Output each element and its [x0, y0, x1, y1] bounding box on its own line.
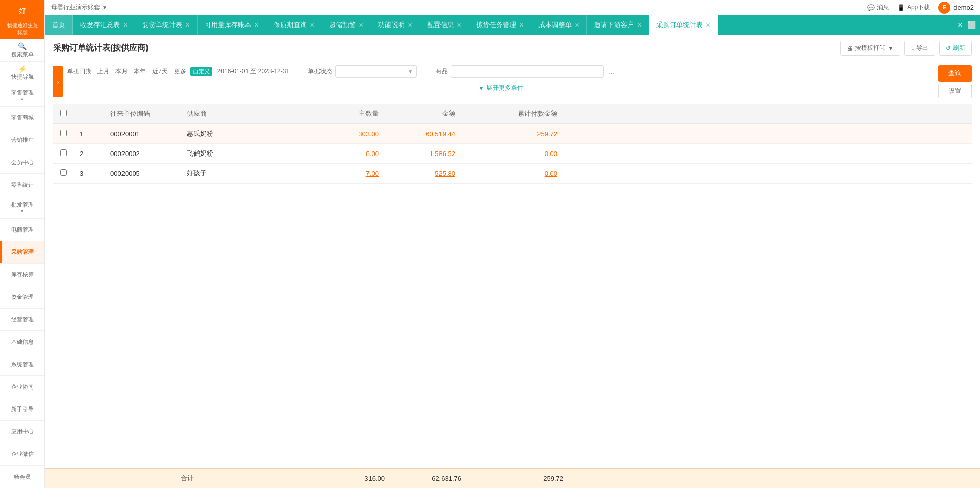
tab-task[interactable]: 拣货任务管理 ✕ [469, 15, 531, 35]
sidebar-item-retail[interactable]: 零售管理 ▲ [0, 84, 45, 107]
row-paid-2[interactable]: 0.00 [461, 144, 564, 164]
main-area: 母婴行业演示账套 ▼ 💬 消息 📱 App下载 E demo2 首页 [45, 0, 980, 488]
refresh-button[interactable]: ↺ 刷新 [939, 41, 972, 56]
sidebar-item-marketing[interactable]: 营销推广 [0, 129, 45, 151]
row-amount-1[interactable]: 60,519.44 [385, 124, 461, 144]
tab-cost[interactable]: 成本调整单 ✕ [531, 15, 587, 35]
settings-button[interactable]: 设置 [938, 84, 972, 98]
sidebar-item-system[interactable]: 系统管理 [0, 353, 45, 376]
chevron-right-icon: › [57, 78, 59, 86]
row-qty-2[interactable]: 6.00 [308, 144, 385, 164]
sidebar-item-purchase[interactable]: 采购管理 [0, 241, 45, 264]
user-menu[interactable]: E demo2 [938, 2, 974, 14]
tab-requisition-label: 要货单统计表 [142, 20, 182, 30]
sidebar-item-retail-stats[interactable]: 零售统计 [0, 174, 45, 196]
row-amount-3[interactable]: 525.80 [385, 164, 461, 184]
maximize-icon[interactable]: ⬜ [967, 21, 976, 29]
close-icon[interactable]: ✕ [637, 22, 642, 29]
shortcut-last-month[interactable]: 上月 [95, 66, 111, 77]
status-select[interactable] [335, 65, 417, 78]
close-icon[interactable]: ✕ [575, 22, 579, 29]
sidebar-item-ecommerce[interactable]: 电商管理 [0, 219, 45, 241]
close-all-icon[interactable]: ✕ [957, 21, 963, 29]
search-button[interactable]: 查询 [938, 65, 972, 82]
select-all-checkbox[interactable] [60, 110, 67, 116]
close-icon[interactable]: ✕ [310, 22, 314, 29]
tab-config[interactable]: 配置信息 ✕ [420, 15, 469, 35]
sidebar-item-finance[interactable]: 资金管理 [0, 286, 45, 309]
row-extra-3 [564, 164, 972, 184]
custom-date-tag[interactable]: 自定义 [190, 67, 212, 76]
app-download-button[interactable]: 📱 App下载 [897, 3, 930, 12]
product-filter: 商品 ... [435, 65, 934, 78]
print-button[interactable]: 🖨 按模板打印 ▼ [840, 41, 900, 56]
sidebar-item-enterprise-wechat[interactable]: 企业微信 [0, 443, 45, 466]
sidebar-item-basic-info[interactable]: 基础信息 [0, 331, 45, 353]
close-icon[interactable]: ✕ [359, 22, 363, 29]
sidebar-item-app-center[interactable]: 应用中心 [0, 421, 45, 443]
product-input[interactable] [451, 65, 604, 78]
row-checkbox[interactable] [60, 169, 67, 176]
row-checkbox[interactable] [60, 149, 67, 156]
filter-area: › 单据日期 上月 本月 本年 近7天 更多 [45, 60, 980, 104]
sidebar-item-members[interactable]: 会员中心 [0, 151, 45, 174]
col-header-num [74, 104, 104, 124]
sidebar-item-search[interactable]: 🔍 搜索菜单 [0, 39, 45, 62]
row-checkbox-cell [53, 144, 74, 164]
filter-toggle-btn[interactable]: › [53, 66, 63, 97]
row-qty-3[interactable]: 7.00 [308, 164, 385, 184]
sidebar-item-operations[interactable]: 经营管理 [0, 309, 45, 331]
sidebar-item-inventory-check[interactable]: 库存核算 [0, 264, 45, 286]
app-logo: 好 [0, 0, 45, 21]
tab-overstock[interactable]: 超储预警 ✕ [322, 15, 371, 35]
table-row: 2 00020002 飞鹤奶粉 6.00 1,586.52 0.00 [53, 144, 972, 164]
expand-conditions-btn[interactable]: ▼ 展开更多条件 [478, 82, 523, 94]
right-action-buttons: 查询 设置 [938, 65, 972, 98]
page-header-actions: 🖨 按模板打印 ▼ ↓ 导出 ↺ 刷新 [840, 41, 972, 56]
tab-inventory[interactable]: 可用量库存账本 ✕ [198, 15, 266, 35]
tab-requisition[interactable]: 要货单统计表 ✕ [135, 15, 198, 35]
tab-expiry[interactable]: 保质期查询 ✕ [266, 15, 322, 35]
date-filter: 单据日期 上月 本月 本年 近7天 更多 自定义 2016-01-01 至 20… [67, 66, 289, 77]
close-icon[interactable]: ✕ [123, 22, 128, 29]
tab-collect-pay[interactable]: 收发存汇总表 ✕ [73, 15, 135, 35]
row-amount-2[interactable]: 1,586.52 [385, 144, 461, 164]
row-num-1: 1 [74, 124, 104, 144]
row-code-1: 00020001 [104, 124, 181, 144]
close-icon[interactable]: ✕ [185, 22, 190, 29]
tab-purchase-summary[interactable]: 采购订单统计表 ✕ [649, 15, 718, 35]
row-num-3: 3 [74, 164, 104, 184]
row-qty-1[interactable]: 303.00 [308, 124, 385, 144]
sidebar-item-enterprise[interactable]: 企业协同 [0, 376, 45, 398]
tab-home[interactable]: 首页 [45, 15, 73, 35]
tab-invite[interactable]: 邀请下游客户 ✕ [587, 15, 649, 35]
sidebar-item-retail-shop[interactable]: 零售商城 [0, 107, 45, 129]
shortcut-7days[interactable]: 近7天 [150, 66, 170, 77]
summary-paid: 259.72 [461, 475, 564, 482]
account-dropdown[interactable]: 母婴行业演示账套 ▼ [51, 3, 107, 12]
tab-config-label: 配置信息 [427, 20, 454, 30]
close-icon[interactable]: ✕ [254, 22, 259, 29]
shortcut-this-year[interactable]: 本年 [132, 66, 148, 77]
close-icon[interactable]: ✕ [519, 22, 524, 29]
tab-expiry-label: 保质期查询 [274, 20, 307, 30]
message-button[interactable]: 💬 消息 [867, 3, 889, 12]
row-code-3: 00020005 [104, 164, 181, 184]
row-paid-3[interactable]: 0.00 [461, 164, 564, 184]
sidebar-item-newbie[interactable]: 新手引导 [0, 398, 45, 421]
row-checkbox[interactable] [60, 130, 67, 136]
tab-function[interactable]: 功能说明 ✕ [371, 15, 420, 35]
close-icon[interactable]: ✕ [408, 22, 412, 29]
shortcut-more[interactable]: 更多 [172, 66, 188, 77]
close-icon[interactable]: ✕ [706, 22, 710, 29]
close-icon[interactable]: ✕ [457, 22, 461, 29]
sidebar-item-wholesale[interactable]: 批发管理 ▼ [0, 196, 45, 219]
shortcut-this-month[interactable]: 本月 [113, 66, 130, 77]
more-options-btn[interactable]: ... [607, 68, 617, 75]
sidebar-item-vip[interactable]: 畅会员 [0, 466, 45, 488]
sidebar-item-quicknav[interactable]: ⚡ 快捷导航 [0, 62, 45, 84]
chevron-down-icon: ▼ [888, 45, 894, 52]
expand-down-icon: ▼ [478, 85, 484, 92]
row-paid-1[interactable]: 259.72 [461, 124, 564, 144]
export-button[interactable]: ↓ 导出 [904, 41, 935, 56]
